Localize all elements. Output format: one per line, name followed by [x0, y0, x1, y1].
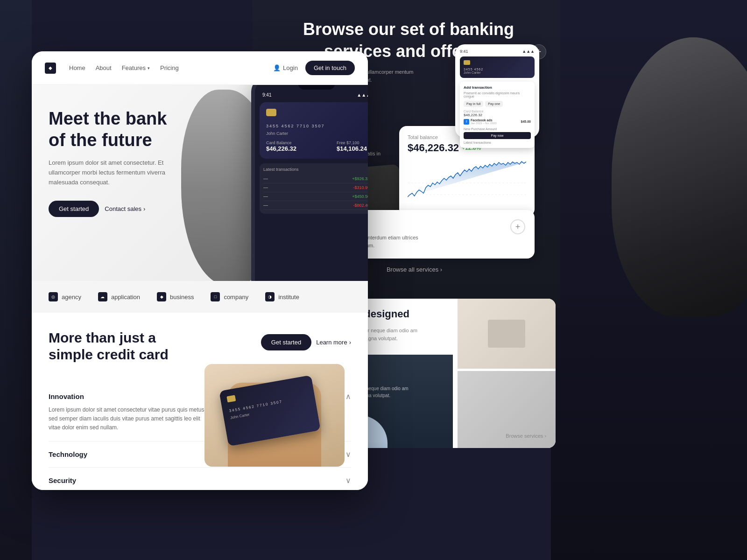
- accordion-security-title: Security: [49, 476, 76, 484]
- get-in-touch-button[interactable]: Get in touch: [305, 61, 355, 75]
- business-label: business: [170, 294, 194, 301]
- brand-business: ◆ business: [157, 292, 194, 301]
- phone2-time: 9:41: [460, 49, 468, 54]
- t3-amount: +$450.50: [352, 194, 368, 199]
- nav-features[interactable]: Features ▾: [122, 64, 150, 71]
- atp-sub: Praesent ac convallis dignissim mauris c…: [464, 91, 531, 98]
- atp-pay-one[interactable]: Pay one: [485, 101, 503, 107]
- accordion-security: Security ∨: [49, 468, 351, 490]
- balance-chart: [408, 160, 526, 206]
- accordion-technology-icon: ∨: [345, 450, 351, 459]
- company-label: company: [224, 294, 248, 301]
- phone2-card-number: 3455 4562: [464, 68, 531, 71]
- right-dark-bg: [551, 0, 747, 560]
- nav-right: 👤 Login Get in touch: [273, 61, 355, 75]
- accordion-security-icon: ∨: [345, 476, 351, 485]
- balance-left: Card Balance $46,226.32: [266, 140, 296, 152]
- investments-add-button[interactable]: +: [510, 219, 525, 234]
- accordion-innovation-content: Lorem ipsum dolor sit amet consectetur v…: [49, 406, 207, 433]
- credit-section-title: More than just a simple credit card: [49, 329, 169, 363]
- card-chip: [266, 109, 276, 116]
- nav-links: Home About Features ▾ Pricing: [69, 64, 273, 71]
- brands-section: ◎ agency ☁ application ◆ business □ comp…: [32, 281, 368, 313]
- transactions-section: Latest transactions –– +$926.32 –– -$310…: [260, 163, 368, 214]
- t4-label: ––: [263, 203, 268, 208]
- phone-time: 9:41: [262, 92, 271, 98]
- nav-home[interactable]: Home: [69, 64, 85, 71]
- navbar: Home About Features ▾ Pricing 👤 Login Ge…: [32, 51, 368, 85]
- transaction-1: –– +$926.32: [263, 175, 368, 183]
- credit-section-title-block: More than just a simple credit card: [49, 329, 169, 374]
- atp-latest-label: Latest transactions: [464, 141, 531, 144]
- learn-more-button[interactable]: Learn more ›: [316, 339, 351, 346]
- brand-institute: ◑ institute: [265, 292, 299, 301]
- atp-pay-now-btn[interactable]: Pay now: [464, 132, 531, 139]
- user-icon: 👤: [273, 64, 281, 71]
- atp-fb-amount: $45.00: [521, 120, 531, 123]
- t1-amount: +$926.32: [352, 176, 368, 181]
- agency-label: agency: [62, 294, 81, 301]
- atp-fb-label: Facebook ads Jan 2023 – No. 0023: [471, 119, 497, 125]
- phone-mockup-1: 9:41 ▲▲▲ 3455 4562 7710 3507 John Carter…: [251, 85, 368, 281]
- browse-services-button[interactable]: Browse services ›: [506, 433, 546, 439]
- phone-screen: 3455 4562 7710 3507 John Carter Card Bal…: [255, 98, 368, 281]
- phone-mockup-2: 9:41 ▲▲▲ 3455 4562 John Carter Add trans…: [455, 44, 539, 138]
- hero-contact-sales-button[interactable]: Contact sales ›: [105, 205, 145, 212]
- accordion-innovation-title: Innovation: [49, 392, 84, 400]
- hero-get-started-button[interactable]: Get started: [49, 201, 99, 217]
- browse-all-label: Browse all services ›: [387, 266, 442, 273]
- main-card: Home About Features ▾ Pricing 👤 Login Ge…: [32, 51, 368, 490]
- atp-new-purchase-label: New Purchase Amount: [464, 127, 531, 131]
- atp-pay-full[interactable]: Pay in full: [464, 101, 483, 107]
- brand-agency: ◎ agency: [49, 292, 81, 301]
- atp-buttons: Pay in full Pay one: [464, 101, 531, 107]
- phone2-icons: ▲▲▲: [522, 49, 535, 54]
- phone2-card-name: John Carter: [464, 71, 531, 74]
- card-balance-row: Card Balance $46,226.32 Free $7,100 $14,…: [266, 140, 367, 152]
- transaction-2: –– -$310.99: [263, 183, 368, 192]
- hero-subtitle: Lorem ipsum dolor sit amet consectetur. …: [49, 158, 179, 187]
- phone-credit-card: 3455 4562 7710 3507 John Carter Card Bal…: [260, 102, 368, 159]
- company-icon: □: [211, 292, 220, 301]
- brand-company: □ company: [211, 292, 248, 301]
- application-icon: ☁: [98, 292, 107, 301]
- institute-icon: ◑: [265, 292, 275, 301]
- phone-notch: [298, 85, 335, 90]
- atp-balance-value: $46,226.32: [464, 113, 531, 117]
- t2-amount: -$310.99: [353, 185, 368, 190]
- phone-status-bar: 9:41 ▲▲▲: [255, 90, 368, 98]
- nav-about[interactable]: About: [96, 64, 112, 71]
- phone2-status-bar: 9:41 ▲▲▲: [460, 49, 535, 54]
- transaction-4: –– -$802.40: [263, 201, 368, 210]
- rock-decoration: [612, 37, 747, 317]
- phone2-chip: [464, 60, 470, 65]
- transactions-title: Latest transactions: [263, 167, 368, 172]
- atp-balance-label: Card Balance: [464, 110, 531, 113]
- t4-amount: -$802.40: [353, 203, 368, 208]
- transaction-3: –– +$450.50: [263, 192, 368, 201]
- atp-title: Add transaction: [464, 85, 531, 90]
- card-name-display: John Carter: [266, 131, 367, 136]
- hand-card-container: 3455 4562 7710 3507 John Carter: [204, 364, 345, 467]
- features-chevron: ▾: [148, 66, 150, 70]
- left-dark-bg: [0, 0, 32, 560]
- add-transaction-popup: Add transaction Praesent ac convallis di…: [460, 82, 535, 148]
- login-button[interactable]: 👤 Login: [273, 64, 298, 71]
- t3-label: ––: [263, 194, 268, 199]
- application-label: application: [111, 294, 140, 301]
- arrow-right-icon: ›: [143, 205, 145, 212]
- t2-label: ––: [263, 185, 268, 190]
- institute-label: institute: [278, 294, 299, 301]
- arrow-right-icon: ›: [349, 339, 351, 346]
- brand-application: ☁ application: [98, 292, 140, 301]
- nav-pricing[interactable]: Pricing: [160, 64, 179, 71]
- card-number-display: 3455 4562 7710 3507: [266, 124, 367, 128]
- accordion-security-header[interactable]: Security ∨: [49, 476, 351, 485]
- fb-icon: f: [464, 119, 469, 125]
- credit-section-actions: Get started Learn more ›: [261, 334, 351, 350]
- t1-label: ––: [263, 176, 268, 181]
- balance-right: Free $7,100 $14,106.24: [337, 140, 367, 152]
- accordion-innovation-icon: ∧: [345, 392, 351, 401]
- logo[interactable]: [45, 63, 56, 74]
- credit-get-started-button[interactable]: Get started: [261, 334, 311, 350]
